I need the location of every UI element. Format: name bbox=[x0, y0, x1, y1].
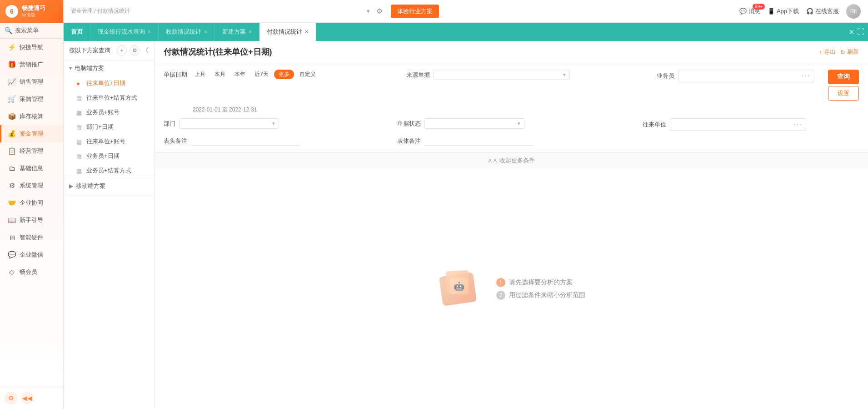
tab-receipt-stats[interactable]: 收款情况统计 × bbox=[159, 23, 215, 41]
date-btn-this-month[interactable]: 本月 bbox=[211, 70, 229, 79]
tab-close-icon[interactable]: × bbox=[204, 29, 207, 35]
tab-new-scheme[interactable]: 新建方案 × bbox=[215, 23, 259, 41]
sidebar-item-quick-nav[interactable]: ⚡ 快捷导航 bbox=[0, 39, 63, 56]
scheme-item-staff-date[interactable]: ▦ 业务员+日期 bbox=[64, 149, 154, 163]
sidebar-item-member[interactable]: ◇ 畅会员 bbox=[0, 263, 63, 281]
scheme-collapse-icon[interactable]: 《 bbox=[142, 46, 149, 55]
scheme-group-header-mobile[interactable]: ▶ 移动端方案 bbox=[64, 178, 154, 194]
staff-select[interactable]: ··· bbox=[678, 70, 814, 82]
sidebar-item-label: 新手引导 bbox=[20, 216, 43, 224]
tab-close-icon[interactable]: × bbox=[305, 29, 308, 35]
doc-status-filter: 单据状态 ▾ bbox=[397, 118, 524, 129]
scheme-item-dept-date[interactable]: ▦ 部门+日期 bbox=[64, 120, 154, 134]
sidebar-search[interactable]: 🔍 搜索菜单 bbox=[0, 23, 63, 39]
date-btn-more[interactable]: 更多 bbox=[274, 70, 294, 79]
unit-select[interactable]: ··· bbox=[670, 118, 806, 131]
sidebar-settings-btn[interactable]: ⚙ bbox=[5, 392, 17, 404]
refresh-btn[interactable]: ↻ 刷新 bbox=[840, 48, 859, 56]
sidebar-item-finance[interactable]: 💰 资金管理 bbox=[0, 125, 63, 142]
breadcrumb: 资金管理 / 付款情况统计 bbox=[71, 7, 362, 15]
tab-label: 新建方案 bbox=[222, 28, 246, 36]
tab-expand-btn[interactable]: ⛶ bbox=[857, 28, 864, 36]
scheme-item-staff-settle[interactable]: ▦ 业务员+结算方式 bbox=[64, 163, 154, 178]
scheme-panel-actions: + ⚙ 《 bbox=[117, 45, 149, 56]
trial-btn[interactable]: 体验行业方案 bbox=[391, 5, 439, 18]
tabs-actions: ✕ ⛶ bbox=[845, 28, 868, 36]
sidebar-search-label: 搜索菜单 bbox=[15, 26, 39, 35]
sidebar-item-guide[interactable]: 📖 新手引导 bbox=[0, 212, 63, 229]
sidebar-item-sales[interactable]: 📈 销售管理 bbox=[0, 73, 63, 91]
scheme-group-desktop: ▾ 电脑端方案 ● 往来单位+日期 ▦ 往来单位+结算方式 ▦ 业务员+账号 ▦ bbox=[64, 61, 154, 178]
export-btn[interactable]: ↑ 导出 bbox=[819, 48, 836, 56]
date-btn-this-year[interactable]: 本年 bbox=[231, 70, 249, 79]
sidebar-item-basic[interactable]: 🗂 基础信息 bbox=[0, 160, 63, 177]
chevron-right-icon: ▶ bbox=[69, 183, 73, 189]
message-icon: 💬 bbox=[739, 8, 747, 15]
sidebar-item-operation[interactable]: 📋 经营管理 bbox=[0, 142, 63, 160]
staff-filter: 业务员 ··· bbox=[657, 70, 814, 82]
sidebar-item-collab[interactable]: 🤝 企业协同 bbox=[0, 194, 63, 212]
table-body-note-input[interactable] bbox=[424, 136, 534, 146]
tab-home[interactable]: 首页 bbox=[64, 23, 90, 41]
tab-payment-stats[interactable]: 付款情况统计 × bbox=[259, 23, 316, 41]
empty-tips: 1 请先选择要分析的方案 2 用过滤条件来缩小分析范围 bbox=[496, 278, 585, 300]
scheme-group-header-desktop[interactable]: ▾ 电脑端方案 bbox=[64, 61, 154, 76]
scheme-item-label: 往来单位+结算方式 bbox=[86, 94, 137, 102]
sidebar: 6 畅捷通巧 标准版 🔍 搜索菜单 ⚡ 快捷导航 🎁 营销推广 📈 销售管理 🛒… bbox=[0, 0, 64, 409]
scheme-item-icon: ▦ bbox=[76, 124, 84, 131]
online-service-btn[interactable]: 🎧 在线客服 bbox=[806, 7, 839, 15]
setting-btn[interactable]: 设置 bbox=[828, 86, 859, 101]
user-avatar[interactable]: Rit bbox=[846, 4, 861, 19]
tab-cash-flow[interactable]: 现金银行流水查询 × bbox=[90, 23, 159, 41]
tip-text-1: 请先选择要分析的方案 bbox=[509, 278, 573, 287]
scheme-item-label: 部门+日期 bbox=[86, 123, 114, 131]
query-btn[interactable]: 查询 bbox=[828, 70, 859, 84]
scheme-group-label: 电脑端方案 bbox=[75, 64, 149, 72]
sidebar-collapse-btn[interactable]: ◀◀ bbox=[21, 392, 34, 404]
message-btn[interactable]: 💬 消息 99+ bbox=[739, 7, 760, 15]
topbar-gear-icon[interactable]: ⚙ bbox=[376, 7, 383, 15]
collab-icon: 🤝 bbox=[8, 199, 16, 207]
sidebar-item-label: 基础信息 bbox=[20, 164, 43, 172]
sidebar-logo: 畅捷通巧 标准版 bbox=[22, 5, 45, 18]
sidebar-item-wechat[interactable]: 💬 企业微信 bbox=[0, 246, 63, 263]
tab-close-icon[interactable]: × bbox=[249, 29, 252, 35]
date-btn-last-month[interactable]: 上月 bbox=[191, 70, 209, 79]
tab-window-close-btn[interactable]: ✕ bbox=[848, 28, 854, 36]
scheme-item-staff-account[interactable]: ▦ 业务员+账号 bbox=[64, 105, 154, 120]
staff-label: 业务员 bbox=[657, 72, 674, 80]
refresh-label: 刷新 bbox=[847, 48, 859, 56]
source-select[interactable]: ▾ bbox=[434, 70, 570, 80]
sidebar-item-marketing[interactable]: 🎁 营销推广 bbox=[0, 56, 63, 73]
message-badge: 99+ bbox=[753, 4, 765, 10]
inventory-icon: 📦 bbox=[8, 112, 16, 121]
scheme-add-btn[interactable]: + bbox=[117, 45, 127, 56]
sidebar-item-system[interactable]: ⚙ 系统管理 bbox=[0, 177, 63, 194]
sidebar-item-purchase[interactable]: 🛒 采购管理 bbox=[0, 91, 63, 108]
sidebar-item-label: 企业协同 bbox=[20, 199, 43, 207]
scheme-settings-btn[interactable]: ⚙ bbox=[130, 45, 140, 56]
sidebar-item-inventory[interactable]: 📦 库存核算 bbox=[0, 108, 63, 125]
date-range-text: 2022-01-01 至 2022-12-31 bbox=[193, 106, 257, 113]
table-head-note-input[interactable] bbox=[191, 136, 300, 146]
collapse-icon: ∧∧ bbox=[488, 157, 499, 164]
scheme-item-icon: ▦ bbox=[76, 153, 84, 160]
collapse-conditions-btn[interactable]: ∧∧ 收起更多条件 bbox=[155, 152, 868, 168]
finance-icon: 💰 bbox=[8, 130, 16, 138]
quick-nav-icon: ⚡ bbox=[8, 43, 16, 51]
scheme-item-unit-date[interactable]: ● 往来单位+日期 bbox=[64, 76, 154, 91]
table-body-note-label: 表体备注 bbox=[397, 137, 421, 145]
sidebar-item-hardware[interactable]: 🖥 智能硬件 bbox=[0, 229, 63, 246]
wechat-icon: 💬 bbox=[8, 251, 16, 259]
date-btn-custom[interactable]: 自定义 bbox=[296, 70, 319, 79]
date-btn-7days[interactable]: 近7天 bbox=[251, 70, 272, 79]
doc-status-select[interactable]: ▾ bbox=[424, 118, 524, 129]
scheme-panel-header: 按以下方案查询 + ⚙ 《 bbox=[64, 41, 154, 61]
scheme-item-unit-account[interactable]: ▤ 往来单位+账号 bbox=[64, 134, 154, 149]
marketing-icon: 🎁 bbox=[8, 61, 16, 69]
tab-close-icon[interactable]: × bbox=[148, 29, 151, 35]
dept-select[interactable]: ▾ bbox=[179, 118, 279, 129]
app-download-btn[interactable]: 📱 App下载 bbox=[768, 7, 799, 15]
scheme-item-unit-settle[interactable]: ▦ 往来单位+结算方式 bbox=[64, 91, 154, 105]
tabs-bar: 首页 现金银行流水查询 × 收款情况统计 × 新建方案 × 付款情况统计 × ✕… bbox=[64, 23, 868, 41]
